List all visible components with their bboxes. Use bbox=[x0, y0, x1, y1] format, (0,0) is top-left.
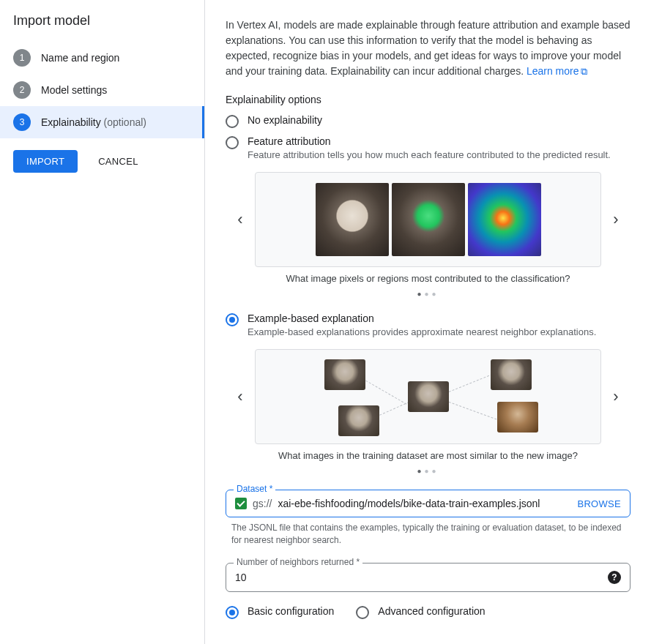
help-icon[interactable]: ? bbox=[608, 571, 621, 584]
step-label: Name and region bbox=[41, 52, 119, 64]
radio-example-based[interactable]: Example-based explanation Example-based … bbox=[226, 312, 630, 339]
feature-caption: What image pixels or regions most contri… bbox=[226, 273, 630, 284]
carousel-dots: ●●● bbox=[226, 467, 630, 475]
config-radio-group: Basic configuration Advanced configurati… bbox=[226, 605, 630, 626]
graph-node-center bbox=[408, 381, 449, 412]
browse-button[interactable]: BROWSE bbox=[577, 498, 621, 509]
graph-node bbox=[491, 359, 532, 390]
carousel-next-icon[interactable]: › bbox=[601, 387, 630, 406]
field-legend: Number of neighbors returned * bbox=[234, 557, 362, 567]
radio-no-explainability[interactable]: No explainability bbox=[226, 114, 630, 128]
graph-node bbox=[338, 405, 379, 436]
example-caption: What images in the training dataset are … bbox=[226, 450, 630, 461]
carousel-image-panel bbox=[255, 172, 601, 267]
sample-image-original bbox=[316, 183, 389, 256]
action-bar: IMPORT CANCEL bbox=[0, 138, 204, 184]
step-number: 3 bbox=[13, 113, 31, 131]
step-label: Explainability (optional) bbox=[41, 116, 146, 128]
dataset-path-input[interactable]: xai-ebe-fishfooding/models/bike-data-tra… bbox=[278, 498, 571, 509]
step-number: 2 bbox=[13, 81, 31, 99]
main-content: In Vertex AI, models are made explainabl… bbox=[205, 0, 651, 644]
step-label: Model settings bbox=[41, 84, 107, 96]
cancel-button[interactable]: CANCEL bbox=[85, 150, 152, 173]
external-link-icon: ⧉ bbox=[581, 66, 587, 77]
carousel-dots: ●●● bbox=[226, 290, 630, 298]
dataset-help-text: The JSONL file that contains the example… bbox=[226, 522, 630, 547]
carousel-prev-icon[interactable]: ‹ bbox=[226, 210, 255, 229]
step-name-region[interactable]: 1 Name and region bbox=[0, 42, 204, 74]
neighbors-input[interactable]: 10 bbox=[235, 572, 602, 583]
radio-basic-config[interactable]: Basic configuration bbox=[226, 605, 334, 619]
graph-node bbox=[497, 402, 538, 433]
carousel-graph-panel bbox=[255, 349, 601, 444]
field-legend: Dataset * bbox=[234, 484, 275, 494]
example-carousel: ‹ › bbox=[226, 349, 630, 444]
radio-advanced-config[interactable]: Advanced configuration bbox=[356, 605, 485, 619]
graph-node bbox=[324, 359, 365, 390]
radio-icon bbox=[356, 606, 369, 619]
radio-feature-attribution[interactable]: Feature attribution Feature attribution … bbox=[226, 135, 630, 162]
intro-text: In Vertex AI, models are made explainabl… bbox=[226, 18, 630, 79]
options-heading: Explainability options bbox=[226, 94, 630, 105]
page-title: Import model bbox=[0, 13, 204, 42]
step-explainability[interactable]: 3 Explainability (optional) bbox=[0, 106, 204, 138]
neighbors-field[interactable]: Number of neighbors returned * 10 ? bbox=[226, 563, 630, 592]
radio-icon bbox=[226, 136, 239, 149]
sample-image-overlay bbox=[392, 183, 465, 256]
radio-icon bbox=[226, 313, 239, 326]
sample-image-heatmap bbox=[468, 183, 541, 256]
check-icon bbox=[235, 498, 247, 509]
radio-icon bbox=[226, 606, 239, 619]
stepper-sidebar: Import model 1 Name and region 2 Model s… bbox=[0, 0, 205, 644]
gs-prefix: gs:// bbox=[253, 498, 272, 509]
carousel-next-icon[interactable]: › bbox=[601, 210, 630, 229]
step-number: 1 bbox=[13, 49, 31, 67]
dataset-field[interactable]: Dataset * gs:// xai-ebe-fishfooding/mode… bbox=[226, 490, 630, 517]
carousel-prev-icon[interactable]: ‹ bbox=[226, 387, 255, 406]
feature-carousel: ‹ › bbox=[226, 172, 630, 267]
radio-icon bbox=[226, 115, 239, 128]
import-button[interactable]: IMPORT bbox=[13, 150, 78, 173]
step-model-settings[interactable]: 2 Model settings bbox=[0, 74, 204, 106]
learn-more-link[interactable]: Learn more⧉ bbox=[527, 65, 587, 77]
